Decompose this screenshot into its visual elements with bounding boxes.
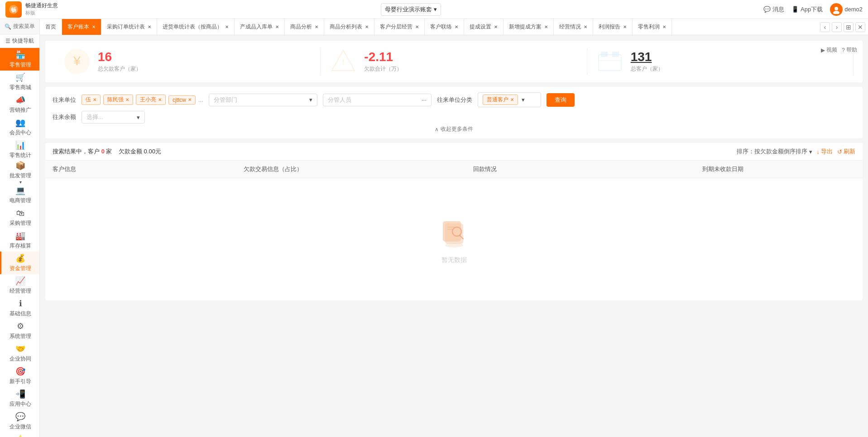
chevron-up-icon: ∧: [435, 126, 439, 133]
app-download-btn[interactable]: 📱 App下载: [791, 5, 823, 14]
tab-product-analysis[interactable]: 商品分析 ✕: [285, 19, 324, 35]
sidebar-item-operations[interactable]: 📈 经营管理: [0, 274, 39, 297]
tab-close-icon[interactable]: ✕: [544, 24, 548, 29]
export-btn[interactable]: ↓ 导出: [817, 147, 833, 156]
sidebar-item-finance[interactable]: 💰 资金管理: [0, 252, 39, 274]
tab-customer-account[interactable]: 客户账本 ✕: [62, 19, 101, 35]
sidebar-item-corp-wechat[interactable]: 💬 企业微信: [0, 410, 39, 432]
filter-tag-2[interactable]: 王小亮 ✕: [136, 95, 166, 105]
sort-label: 排序：按欠款金额倒序排序: [737, 147, 807, 156]
tab-home[interactable]: 首页: [40, 19, 62, 35]
tag-close-icon[interactable]: ✕: [158, 97, 162, 102]
category-select[interactable]: 普通客户 ✕ ▾: [478, 92, 541, 107]
category-tag[interactable]: 普通客户 ✕: [483, 95, 518, 105]
tab-next-btn[interactable]: ›: [832, 22, 842, 32]
tab-close-icon[interactable]: ✕: [415, 24, 419, 29]
balance-select[interactable]: 选择... ▾: [82, 111, 145, 124]
sidebar-item-retail-mgmt[interactable]: 🏪 零售管理: [0, 48, 39, 71]
sidebar-item-retail-mall[interactable]: 🛒 零售商城: [0, 71, 39, 93]
tab-new-proposal[interactable]: 新增提成方案 ✕: [504, 19, 554, 35]
tab-close-icon[interactable]: ✕: [92, 24, 96, 29]
table-summary: 搜索结果中，客户 0 家 欠款金额 0.00元: [53, 147, 161, 156]
sidebar-item-sys-mgmt[interactable]: ⚙ 系统管理: [0, 319, 39, 342]
tab-close-icon[interactable]: ✕: [494, 24, 498, 29]
tab-customer-contact[interactable]: 客户联络 ✕: [425, 19, 464, 35]
filter-tag-0[interactable]: 伍 ✕: [82, 95, 101, 105]
export-icon: ↓: [817, 148, 820, 155]
tab-close-icon[interactable]: ✕: [584, 24, 587, 29]
logo-sub: 标版: [25, 10, 58, 16]
main-layout: 🔍 搜索菜单 ☰ 快捷导航 🏪 零售管理 🛒 零售商城 📣 营销推广 👥 会员中…: [0, 19, 868, 437]
sidebar-item-purchase[interactable]: 🛍 采购管理: [0, 206, 39, 229]
table-header: 客户信息 欠款交易信息（占比） 回款情况 到期未收款日期: [45, 161, 863, 178]
svg-text:畅: 畅: [11, 7, 16, 13]
tag-close-icon[interactable]: ✕: [125, 97, 129, 102]
tab-more-btn[interactable]: ⊞: [844, 22, 854, 32]
sidebar-item-enterprise[interactable]: 🤝 企业协同: [0, 342, 39, 365]
stat-info-total: 131 总客户（家）: [631, 51, 663, 73]
filter-tags: 伍 ✕ 陈民强 ✕ 王小亮 ✕ cjttcw ✕: [82, 95, 203, 105]
search-icon: 🔍: [5, 24, 11, 30]
tab-operations-status[interactable]: 经营情况 ✕: [554, 19, 593, 35]
message-btn[interactable]: 💬 消息: [763, 5, 784, 14]
filter-tag-3[interactable]: cjttcw ✕: [168, 95, 196, 104]
tab-proposal-settings[interactable]: 提成设置 ✕: [464, 19, 504, 35]
play-icon: ▶: [821, 47, 825, 53]
filter-tag-1[interactable]: 陈民强 ✕: [103, 95, 133, 105]
tab-profit-report[interactable]: 利润报告 ✕: [593, 19, 633, 35]
tab-product-stock-in[interactable]: 产成品入库单 ✕: [235, 19, 285, 35]
stat-card-total: 131 总客户（家）: [587, 48, 854, 75]
sidebar-item-base-info[interactable]: ℹ 基础信息: [0, 297, 39, 319]
customers-bg-icon: ¥: [63, 48, 91, 75]
info-icon: ℹ: [19, 299, 22, 309]
sidebar-item-marketing[interactable]: 📣 营销推广: [0, 93, 39, 116]
tab-close-icon[interactable]: ✕: [148, 24, 151, 29]
collapse-btn[interactable]: ∧ 收起更多条件: [435, 125, 473, 133]
chevron-down-icon: ▾: [809, 148, 812, 155]
tag-close-icon[interactable]: ✕: [93, 97, 96, 102]
stat-icon: 📊: [15, 140, 25, 150]
filter-more-btn[interactable]: ...: [198, 96, 203, 103]
tab-close-icon[interactable]: ✕: [623, 24, 627, 29]
help-btn[interactable]: ? 帮助: [842, 46, 857, 54]
tab-customer-segment[interactable]: 客户分层经营 ✕: [374, 19, 425, 35]
search-menu-btn[interactable]: 🔍 搜索菜单: [0, 19, 39, 34]
tab-close-all-btn[interactable]: ✕: [855, 22, 865, 32]
tab-close-icon[interactable]: ✕: [662, 24, 666, 29]
quick-nav-btn[interactable]: ☰ 快捷导航: [0, 34, 39, 48]
sidebar-item-wholesale[interactable]: 📦 批发管理 ▾: [0, 161, 39, 184]
stat-value-customers: 16: [98, 51, 141, 63]
sort-select[interactable]: 排序：按欠款金额倒序排序 ▾: [737, 147, 812, 156]
top-header: 畅 畅捷通好生意 标版 母婴行业演示账套 ▾ 💬 消息 📱 App下载 demo…: [0, 0, 868, 19]
refresh-btn[interactable]: ↺ 刷新: [837, 147, 855, 156]
sidebar-item-member[interactable]: 👥 会员中心: [0, 116, 39, 138]
sidebar-item-vip[interactable]: ⭐ 畅会员: [0, 432, 39, 437]
tab-purchase-order[interactable]: 采购订单统计表 ✕: [101, 19, 157, 35]
operations-icon: 📈: [15, 276, 25, 286]
sidebar-item-ecommerce[interactable]: 💻 电商管理: [0, 184, 39, 206]
tag-close-icon[interactable]: ✕: [510, 97, 514, 102]
tag-close-icon[interactable]: ✕: [188, 97, 192, 102]
video-help-btn[interactable]: ▶ 视频: [821, 46, 837, 54]
tab-close-icon[interactable]: ✕: [455, 24, 458, 29]
query-btn[interactable]: 查询: [547, 93, 575, 107]
tab-close-icon[interactable]: ✕: [315, 24, 318, 29]
dept-select[interactable]: 分管部门 ▾: [209, 94, 317, 106]
user-menu[interactable]: demo2: [830, 3, 863, 16]
tab-prev-btn[interactable]: ‹: [820, 22, 830, 32]
th-repay-info: 回款情况: [473, 165, 703, 173]
tab-product-analysis-list[interactable]: 商品分析列表 ✕: [324, 19, 374, 35]
tenant-selector[interactable]: 母婴行业演示账套 ▾: [381, 3, 441, 16]
sidebar-item-inventory[interactable]: 🏭 库存核算: [0, 229, 39, 252]
tab-stock-stat[interactable]: 进货单统计表（按商品） ✕: [157, 19, 235, 35]
tab-retail-profit[interactable]: 零售利润 ✕: [633, 19, 672, 35]
sidebar-item-retail-stat[interactable]: 📊 零售统计: [0, 138, 39, 161]
tab-close-icon[interactable]: ✕: [365, 24, 369, 29]
sidebar-item-newbie[interactable]: 🎯 新手引导: [0, 365, 39, 387]
person-select[interactable]: 分管人员 ···: [323, 94, 432, 106]
sidebar-item-app-center[interactable]: 📲 应用中心: [0, 387, 39, 410]
tab-close-icon[interactable]: ✕: [275, 24, 279, 29]
tab-close-icon[interactable]: ✕: [225, 24, 229, 29]
logo-text: 畅捷通好生意: [25, 2, 58, 10]
th-debt-info: 欠款交易信息（占比）: [244, 165, 473, 173]
